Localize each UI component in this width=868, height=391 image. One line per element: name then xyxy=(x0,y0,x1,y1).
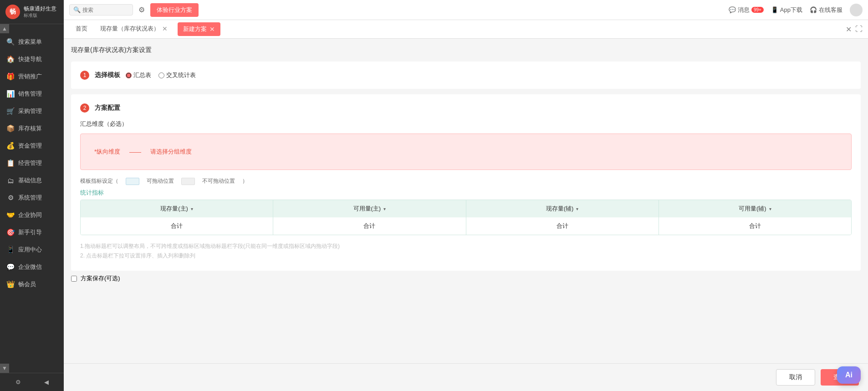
message-icon: 💬 xyxy=(729,6,736,13)
user-avatar[interactable] xyxy=(850,4,863,16)
collapse-btn[interactable]: ◀ xyxy=(41,377,52,387)
col-body-available-aux: 合计 xyxy=(659,217,851,235)
sidebar-item-appcenter[interactable]: 📱 应用中心 xyxy=(0,241,64,258)
inventory-icon: 📦 xyxy=(6,124,15,133)
hint-1: 1.拖动标题栏可以调整布局，不可跨维度或指标区域拖动标题栏字段(只能在同一维度或… xyxy=(80,242,852,250)
sidebar-item-finance[interactable]: 💰 资金管理 xyxy=(0,137,64,154)
service-icon: 🎧 xyxy=(810,6,817,13)
settings-bottom-btn[interactable]: ⚙ xyxy=(12,377,25,387)
stats-table-header: 现存量(主) ▾ 可用量(主) ▾ 现存量(辅) ▾ 可用量(辅) ▾ xyxy=(81,200,851,217)
radio-cross[interactable]: 交叉统计表 xyxy=(158,71,196,79)
search-box: 🔍 xyxy=(69,4,133,15)
col-header-current-main[interactable]: 现存量(主) ▾ xyxy=(81,200,273,217)
download-icon: 📱 xyxy=(771,6,778,13)
topbar-right: 💬 消息 99+ 📱 App下载 🎧 在线客服 xyxy=(729,4,863,16)
tab-new-plan[interactable]: 新建方案 ✕ xyxy=(178,22,220,36)
save-scheme-checkbox[interactable] xyxy=(71,276,77,282)
sidebar-item-basic[interactable]: 🗂 基础信息 xyxy=(0,172,64,189)
wechat-icon: 💬 xyxy=(6,263,15,271)
cancel-button[interactable]: 取消 xyxy=(776,369,815,386)
sidebar-item-shortcuts[interactable]: 🏠 快捷导航 xyxy=(0,51,64,68)
radio-cross-input[interactable] xyxy=(158,72,164,78)
col-header-available-main[interactable]: 可用量(主) ▾ xyxy=(273,200,466,217)
stats-table: 现存量(主) ▾ 可用量(主) ▾ 现存量(辅) ▾ 可用量(辅) ▾ xyxy=(80,200,852,235)
appcenter-icon: 📱 xyxy=(6,246,15,254)
chevron-down-icon: ▾ xyxy=(191,206,193,211)
app-download-link[interactable]: 📱 App下载 xyxy=(771,6,802,14)
sidebar-item-purchase[interactable]: 🛒 采购管理 xyxy=(0,103,64,120)
aggregate-dim-title: 汇总维度（必选） xyxy=(80,120,852,128)
step1-card: 1 选择模板 汇总表 交叉统计表 xyxy=(71,62,861,89)
step1-number: 1 xyxy=(80,71,89,80)
message-count: 99+ xyxy=(751,7,764,13)
legend-close: ） xyxy=(242,177,248,185)
expand-panel-btn[interactable]: ⛶ xyxy=(855,25,863,34)
finance-icon: 💰 xyxy=(6,142,15,150)
draggable-label: 可拖动位置 xyxy=(147,177,174,185)
gear-button[interactable]: ⚙ xyxy=(137,4,147,16)
dim-dash: —— xyxy=(129,149,141,155)
search-icon-topbar: 🔍 xyxy=(73,6,81,13)
purchase-icon: 🛒 xyxy=(6,107,15,115)
dimension-box[interactable]: *纵向维度 —— 请选择分组维度 xyxy=(80,134,852,170)
system-icon: ⚙ xyxy=(6,194,15,202)
hints-section: 1.拖动标题栏可以调整布局，不可跨维度或指标区域拖动标题栏字段(只能在同一维度或… xyxy=(80,242,852,260)
radio-summary-input[interactable] xyxy=(126,72,132,78)
step2-card: 2 方案配置 汇总维度（必选） *纵向维度 —— 请选择分组维度 模板指标设定（… xyxy=(71,94,861,271)
close-tab-new-plan[interactable]: ✕ xyxy=(209,26,215,32)
step2-title: 方案配置 xyxy=(95,104,120,112)
sidebar-item-system[interactable]: ⚙ 系统管理 xyxy=(0,189,64,206)
trial-button[interactable]: 体验行业方案 xyxy=(150,3,199,17)
tabs-bar: 首页 现存量（库存状况表） ✕ 新建方案 ✕ ✕ ⛶ xyxy=(64,20,868,39)
topbar: 🔍 ⚙ 体验行业方案 💬 消息 99+ 📱 App下载 🎧 在线客服 xyxy=(64,0,868,20)
basic-icon: 🗂 xyxy=(6,176,15,185)
save-scheme-row: 方案保存(可选) xyxy=(71,274,861,283)
message-badge[interactable]: 💬 消息 99+ xyxy=(729,6,764,14)
ai-float-button[interactable]: Ai xyxy=(837,366,861,384)
topbar-left: 🔍 ⚙ 体验行业方案 xyxy=(69,3,199,17)
stats-table-body: 合计 合计 合计 合计 xyxy=(81,217,851,235)
search-input[interactable] xyxy=(82,7,128,13)
chevron-down-icon: ▾ xyxy=(383,206,386,211)
tab-inventory-status[interactable]: 现存量（库存状况表） ✕ xyxy=(94,20,174,38)
col-body-available-main: 合计 xyxy=(273,217,466,235)
step1-title: 选择模板 xyxy=(95,71,120,79)
radio-summary[interactable]: 汇总表 xyxy=(126,71,151,79)
sidebar-logo: 畅 畅康通好生意 标准版 xyxy=(0,0,64,24)
sidebar-item-inventory[interactable]: 📦 库存核算 xyxy=(0,120,64,137)
sidebar-bottom: ⚙ ◀ xyxy=(0,373,64,391)
member-icon: 👑 xyxy=(6,280,15,288)
dim-placeholder: 请选择分组维度 xyxy=(150,148,192,156)
save-scheme-label: 方案保存(可选) xyxy=(81,274,120,283)
sidebar-item-search[interactable]: 🔍 搜索菜单 xyxy=(0,33,64,51)
app-logo-icon: 畅 xyxy=(5,5,20,19)
not-draggable-legend-box xyxy=(181,178,195,185)
col-header-available-aux[interactable]: 可用量(辅) ▾ xyxy=(659,200,851,217)
operations-icon: 📋 xyxy=(6,159,15,167)
online-service-link[interactable]: 🎧 在线客服 xyxy=(810,6,842,14)
sidebar-nav: 🔍 搜索菜单 🏠 快捷导航 🎁 营销推广 📊 销售管理 🛒 采购管理 📦 库存核… xyxy=(0,33,64,364)
sidebar-item-marketing[interactable]: 🎁 营销推广 xyxy=(0,68,64,85)
tab-home[interactable]: 首页 xyxy=(69,20,94,38)
tabs-actions: ✕ ⛶ xyxy=(846,25,863,34)
sidebar-scroll-up[interactable]: ▲ xyxy=(0,24,9,33)
page-title: 现存量(库存状况表)方案设置 xyxy=(71,46,861,54)
close-tab-inventory[interactable]: ✕ xyxy=(162,26,168,32)
step1-row: 1 选择模板 汇总表 交叉统计表 xyxy=(80,71,852,80)
sidebar-item-newguide[interactable]: 🎯 新手引导 xyxy=(0,224,64,241)
stats-section-title: 统计指标 xyxy=(80,189,852,197)
gift-icon: 🎁 xyxy=(6,72,15,81)
guide-icon: 🎯 xyxy=(6,228,15,237)
main-area: 🔍 ⚙ 体验行业方案 💬 消息 99+ 📱 App下载 🎧 在线客服 xyxy=(64,0,868,391)
sidebar: 畅 畅康通好生意 标准版 ▲ 🔍 搜索菜单 🏠 快捷导航 🎁 营销推广 📊 销售… xyxy=(0,0,64,391)
sidebar-item-wechat[interactable]: 💬 企业微信 xyxy=(0,258,64,276)
draggable-legend-box xyxy=(126,178,139,185)
sidebar-scroll-down[interactable]: ▼ xyxy=(0,364,9,373)
sidebar-item-cooperation[interactable]: 🤝 企业协同 xyxy=(0,206,64,224)
col-header-current-aux[interactable]: 现存量(辅) ▾ xyxy=(466,200,659,217)
sidebar-item-operations[interactable]: 📋 经营管理 xyxy=(0,154,64,172)
app-name: 畅康通好生意 xyxy=(24,5,56,13)
sidebar-item-member[interactable]: 👑 畅会员 xyxy=(0,276,64,293)
sidebar-item-sales[interactable]: 📊 销售管理 xyxy=(0,85,64,103)
close-panel-btn[interactable]: ✕ xyxy=(846,25,852,34)
